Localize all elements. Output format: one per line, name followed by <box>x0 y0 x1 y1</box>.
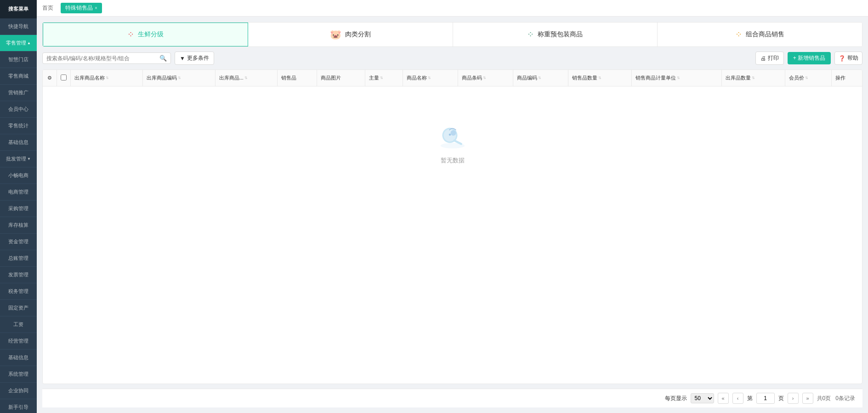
filter-button[interactable]: ▼ 更多条件 <box>175 52 214 65</box>
meat-cutting-icon: 🐷 <box>330 29 341 40</box>
sidebar-logo: 搜客菜单 <box>0 0 37 18</box>
pagination: 每页显示 50 10 20 100 « ‹ 第 页 › » 共0页 0条记录 <box>42 389 862 407</box>
select-all-checkbox[interactable] <box>61 75 67 80</box>
toolbar: 🔍 ▼ 更多条件 🖨 打印 + 新增销售品 ❓ 帮助 <box>42 52 862 65</box>
sidebar-item-retail-mgmt[interactable]: 零售管理 ▲ <box>0 35 37 52</box>
sidebar: 搜客菜单 快捷导航 零售管理 ▲ 智慧门店 零售商城 营销推广 会员中心 零售统… <box>0 0 37 413</box>
tab-meat-cutting[interactable]: 🐷 肉类分割 <box>248 23 453 46</box>
sidebar-item-smart-store[interactable]: 智慧门店 <box>0 52 37 68</box>
tab-combo-sales[interactable]: ⁘ 组合商品销售 <box>658 23 862 46</box>
sidebar-item-invoice[interactable]: 发票管理 <box>0 267 37 283</box>
help-button[interactable]: ❓ 帮助 <box>834 52 862 65</box>
data-table: ⚙ 出库商品名称 ⇅ 出库商 <box>43 70 862 201</box>
sidebar-item-operation-mgmt[interactable]: 经营管理 <box>0 333 37 350</box>
sidebar-item-ecommerce-small[interactable]: 小畅电商 <box>0 167 37 184</box>
sidebar-item-purchase-mgmt[interactable]: 采购管理 <box>0 201 37 217</box>
col-checkbox[interactable] <box>57 70 70 86</box>
sidebar-item-quick-nav[interactable]: 快捷导航 <box>0 18 37 35</box>
tab-fresh-grading[interactable]: ⁘ 生鲜分级 <box>42 22 249 47</box>
sidebar-item-enterprise-collab[interactable]: 企业协同 <box>0 383 37 399</box>
col-barcode[interactable]: 商品条码 ⇅ <box>458 70 513 86</box>
next-page-button[interactable]: › <box>788 393 799 404</box>
empty-state: 暂无数据 <box>43 86 862 201</box>
page-content: ⁘ 生鲜分级 🐷 肉类分割 ⁘ 称重预包装商品 ⁘ 组合商品销售 🔍 <box>37 17 868 413</box>
prev-page-button[interactable]: ‹ <box>732 393 743 404</box>
empty-icon <box>434 123 471 151</box>
sidebar-item-salary[interactable]: 工资 <box>0 316 37 333</box>
sidebar-item-inventory[interactable]: 库存核算 <box>0 217 37 234</box>
sidebar-item-member-center[interactable]: 会员中心 <box>0 101 37 118</box>
data-table-container: ⚙ 出库商品名称 ⇅ 出库商 <box>42 69 862 384</box>
sidebar-item-wholesale-mgmt[interactable]: 批发管理 ▼ <box>0 151 37 167</box>
sidebar-item-marketing[interactable]: 营销推广 <box>0 85 37 101</box>
sidebar-item-finance[interactable]: 资金管理 <box>0 234 37 250</box>
combo-sales-icon: ⁘ <box>735 29 742 40</box>
help-icon: ❓ <box>839 55 845 62</box>
fresh-grading-icon: ⁘ <box>127 29 134 40</box>
filter-icon: ▼ <box>180 55 185 62</box>
sidebar-item-basic-info-1[interactable]: 基础信息 <box>0 134 37 151</box>
topbar: 首页 特殊销售品 × <box>37 0 868 17</box>
col-sales-product: 销售品 <box>278 70 317 86</box>
col-operation: 操作 <box>832 70 862 86</box>
col-sales-qty[interactable]: 销售品数量 ⇅ <box>568 70 632 86</box>
printer-icon: 🖨 <box>760 55 766 62</box>
category-tabs: ⁘ 生鲜分级 🐷 肉类分割 ⁘ 称重预包装商品 ⁘ 组合商品销售 <box>42 22 862 47</box>
col-product-code[interactable]: 商品编码 ⇅ <box>513 70 568 86</box>
search-box: 🔍 <box>42 52 171 64</box>
search-icon[interactable]: 🔍 <box>159 55 167 62</box>
tab-weight-prepack[interactable]: ⁘ 称重预包装商品 <box>453 23 658 46</box>
sidebar-item-retail-mall[interactable]: 零售商城 <box>0 68 37 85</box>
total-info: 共0页 0条记录 <box>817 395 855 402</box>
add-product-button[interactable]: + 新增销售品 <box>788 52 831 64</box>
home-link[interactable]: 首页 <box>42 4 53 12</box>
settings-icon: ⚙ <box>47 75 52 80</box>
sidebar-item-tax[interactable]: 税务管理 <box>0 283 37 300</box>
svg-point-4 <box>450 130 456 136</box>
col-out-product-name[interactable]: 出库商品名称 ⇅ <box>70 70 143 86</box>
sidebar-item-fixed-assets[interactable]: 固定资产 <box>0 300 37 316</box>
sidebar-item-basic-info-2[interactable]: 基础信息 <box>0 350 37 366</box>
col-out-qty[interactable]: 出库品数量 ⇅ <box>721 70 785 86</box>
col-main-quantity[interactable]: 主量 ⇅ <box>365 70 403 86</box>
weight-prepack-icon: ⁘ <box>527 29 534 40</box>
col-product-name[interactable]: 商品名称 ⇅ <box>403 70 458 86</box>
col-out-product-code[interactable]: 出库商品编码 ⇅ <box>143 70 216 86</box>
main-content: 首页 特殊销售品 × ⁘ 生鲜分级 🐷 肉类分割 ⁘ 称重预包装商品 ⁘ 组合 <box>37 0 868 413</box>
search-input[interactable] <box>46 55 158 62</box>
col-out-product-short[interactable]: 出库商品... ⇅ <box>215 70 278 86</box>
tab-close-icon[interactable]: × <box>95 6 97 11</box>
sidebar-item-ecommerce-mgmt[interactable]: 电商管理 <box>0 184 37 201</box>
col-product-image: 商品图片 <box>317 70 365 86</box>
svg-point-3 <box>448 134 451 136</box>
sidebar-item-retail-stats[interactable]: 零售统计 <box>0 118 37 134</box>
active-tab[interactable]: 特殊销售品 × <box>61 3 102 13</box>
page-number-input[interactable] <box>756 393 775 404</box>
print-button[interactable]: 🖨 打印 <box>755 52 784 65</box>
last-page-button[interactable]: » <box>802 393 813 404</box>
sidebar-item-beginner-guide[interactable]: 新手引导 <box>0 399 37 413</box>
first-page-button[interactable]: « <box>718 393 729 404</box>
col-member-price[interactable]: 会员价 ⇅ <box>785 70 832 86</box>
sidebar-item-ledger[interactable]: 总账管理 <box>0 250 37 267</box>
sidebar-item-system-mgmt[interactable]: 系统管理 <box>0 366 37 383</box>
col-settings[interactable]: ⚙ <box>43 70 57 86</box>
page-size-select[interactable]: 50 10 20 100 <box>691 393 714 403</box>
col-sales-unit[interactable]: 销售商品计量单位 ⇅ <box>632 70 721 86</box>
